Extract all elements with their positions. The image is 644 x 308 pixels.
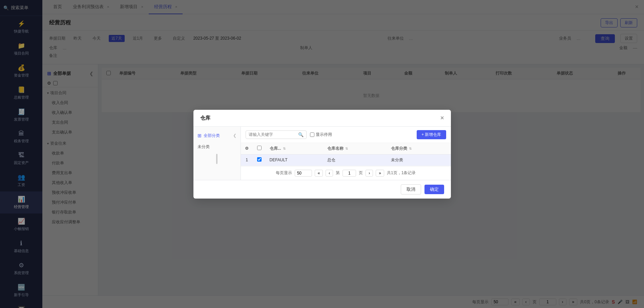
modal-per-page-select[interactable]: 50 100 xyxy=(295,170,312,177)
modal-per-page-label: 每页显示 xyxy=(276,170,292,176)
modal-col-category-sort[interactable]: ⇅ xyxy=(409,147,412,150)
modal-col-category-label: 仓库分类 xyxy=(391,146,407,151)
modal-search-box: 🔍 xyxy=(246,130,307,139)
modal-row-checkbox-cell xyxy=(253,154,266,166)
modal-col-name: 仓库名称 ⇅ xyxy=(323,143,387,155)
modal-table-wrap: ⚙ 仓库... ⇅ 仓库名称 xyxy=(241,143,451,166)
show-disabled-checkbox[interactable] xyxy=(310,132,314,137)
modal-next-page-btn[interactable]: › xyxy=(366,170,373,177)
modal-left-scrollbar-wrap xyxy=(193,154,241,164)
modal-col-category: 仓库分类 ⇅ xyxy=(387,143,451,155)
modal-right-panel: 🔍 显示停用 + 新增仓库 ⚙ xyxy=(241,127,451,180)
modal-pagination: 每页显示 50 100 « ‹ 第 页 › » 共1页，1条记录 xyxy=(241,166,451,180)
modal-col-checkbox xyxy=(253,143,266,155)
modal-col-code-label: 仓库... xyxy=(270,146,281,151)
modal-prev-page-btn[interactable]: ‹ xyxy=(326,170,333,177)
modal-left-collapse-btn[interactable]: ❮ xyxy=(233,133,236,138)
modal-col-code: 仓库... ⇅ xyxy=(266,143,323,155)
modal-all-categories-label: 全部分类 xyxy=(204,133,220,139)
modal-gear-icon[interactable]: ⚙ xyxy=(245,146,249,151)
modal-row-name: 总仓 xyxy=(323,154,387,166)
modal-col-name-sort[interactable]: ⇅ xyxy=(345,147,348,150)
modal-total-text: 共1页，1条记录 xyxy=(387,170,416,176)
modal-left-item-label: 未分类 xyxy=(198,144,210,149)
search-icon-modal[interactable]: 🔍 xyxy=(298,132,304,137)
grid-icon-modal: ⊞ xyxy=(198,133,202,138)
warehouse-modal: 仓库 × ⊞ 全部分类 ❮ 未分类 xyxy=(193,110,451,199)
modal-footer: 取消 确定 xyxy=(193,180,451,199)
modal-left-panel: ⊞ 全部分类 ❮ 未分类 xyxy=(193,127,241,180)
modal-title: 仓库 xyxy=(200,115,210,121)
modal-page-input[interactable] xyxy=(342,170,356,177)
modal-select-all[interactable] xyxy=(257,146,262,150)
modal-header: 仓库 × xyxy=(193,110,451,127)
modal-show-disabled-label[interactable]: 显示停用 xyxy=(310,132,332,138)
modal-col-gear: ⚙ xyxy=(241,143,253,155)
modal-table-row[interactable]: 1 DEFAULT 总仓 未分类 xyxy=(241,154,451,166)
modal-overlay: 仓库 × ⊞ 全部分类 ❮ 未分类 xyxy=(0,0,644,308)
modal-row-code: DEFAULT xyxy=(266,154,323,166)
modal-table: ⚙ 仓库... ⇅ 仓库名称 xyxy=(241,143,451,166)
modal-body: ⊞ 全部分类 ❮ 未分类 🔍 xyxy=(193,127,451,180)
modal-col-code-sort[interactable]: ⇅ xyxy=(283,147,286,150)
modal-last-page-btn[interactable]: » xyxy=(376,170,384,177)
modal-cancel-button[interactable]: 取消 xyxy=(401,184,421,194)
modal-add-warehouse-btn[interactable]: + 新增仓库 xyxy=(417,130,446,139)
modal-all-categories[interactable]: ⊞ 全部分类 ❮ xyxy=(193,130,241,141)
modal-row-category: 未分类 xyxy=(387,154,451,166)
modal-first-page-btn[interactable]: « xyxy=(315,170,323,177)
modal-left-item-uncategorized[interactable]: 未分类 xyxy=(193,141,241,152)
modal-page-label: 第 xyxy=(336,170,340,176)
modal-row-no: 1 xyxy=(241,154,253,166)
modal-toolbar: 🔍 显示停用 + 新增仓库 xyxy=(241,127,451,143)
show-disabled-text: 显示停用 xyxy=(316,132,332,138)
modal-row-checkbox[interactable] xyxy=(257,157,262,162)
modal-close-button[interactable]: × xyxy=(440,115,444,122)
modal-left-scrollbar xyxy=(216,154,217,164)
modal-search-input[interactable] xyxy=(249,132,296,137)
modal-col-name-label: 仓库名称 xyxy=(327,146,344,151)
modal-confirm-button[interactable]: 确定 xyxy=(424,185,444,194)
modal-page-suffix: 页 xyxy=(359,170,363,176)
